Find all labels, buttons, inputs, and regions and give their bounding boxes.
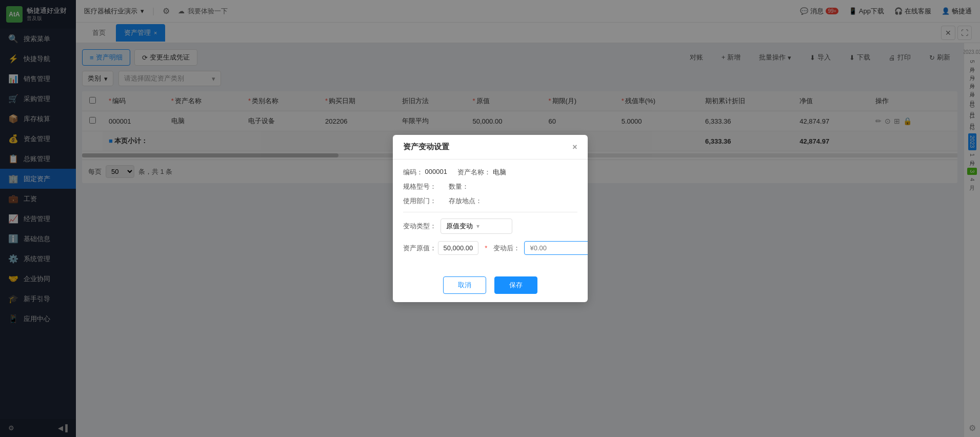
- required-star: *: [485, 244, 487, 252]
- modal-info-row-2: 规格型号： 数量：: [403, 182, 577, 191]
- change-type-label: 变动类型：: [403, 222, 436, 231]
- change-type-row: 变动类型： 原值变动 ▾: [403, 218, 577, 234]
- asset-name-label: 资产名称：: [457, 168, 491, 177]
- after-change-input[interactable]: [524, 241, 587, 255]
- asset-name-value: 电脑: [493, 168, 506, 177]
- dept-label: 使用部门：: [403, 196, 436, 206]
- modal-close-btn[interactable]: ×: [572, 143, 577, 152]
- save-button[interactable]: 保存: [494, 276, 537, 294]
- chevron-down-icon: ▾: [476, 223, 507, 230]
- location-label: 存放地点：: [449, 196, 482, 206]
- modal-body: 编码： 000001 资产名称： 电脑 规格型号： 数量：: [393, 160, 588, 270]
- modal-info-row-3: 使用部门： 存放地点：: [403, 196, 577, 206]
- cancel-button[interactable]: 取消: [443, 276, 486, 294]
- modal-footer: 取消 保存: [393, 270, 588, 302]
- asset-value-value: 50,000.00: [444, 244, 473, 252]
- asset-value-label: 资产原值：: [403, 244, 434, 253]
- code-label: 编码：: [403, 168, 423, 177]
- spec-label: 规格型号：: [403, 182, 436, 191]
- asset-change-modal: 资产变动设置 × 编码： 000001 资产名称： 电脑 规格型号：: [393, 135, 588, 302]
- modal-header: 资产变动设置 ×: [393, 135, 588, 160]
- change-type-value: 原值变动: [446, 222, 476, 231]
- modal-overlay: 资产变动设置 × 编码： 000001 资产名称： 电脑 规格型号：: [0, 0, 980, 437]
- after-change-label: 变动后：: [493, 244, 520, 253]
- asset-value-input: 50,000.00: [438, 241, 479, 255]
- modal-divider: [403, 212, 577, 212]
- asset-value-row: 资产原值： 50,000.00 * 变动后：: [403, 241, 577, 255]
- change-type-select[interactable]: 原值变动 ▾: [441, 218, 512, 234]
- modal-title: 资产变动设置: [403, 142, 449, 152]
- modal-info-row-1: 编码： 000001 资产名称： 电脑: [403, 168, 577, 177]
- quantity-label: 数量：: [449, 182, 469, 191]
- code-value: 000001: [425, 168, 447, 177]
